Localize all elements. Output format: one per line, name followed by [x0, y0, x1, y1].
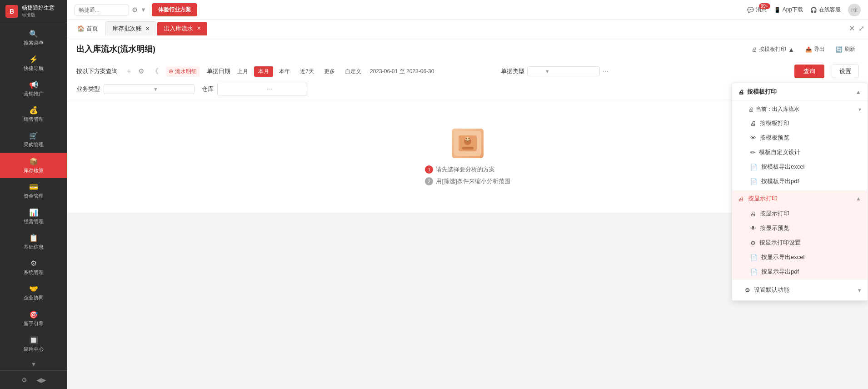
- dropdown-display-settings[interactable]: ⚙ 按显示打印设置: [732, 235, 868, 250]
- tip-2-number: 2: [425, 177, 433, 185]
- business-type-select[interactable]: ▼: [104, 84, 195, 94]
- tab-home-label: 首页: [86, 25, 98, 33]
- template-print-icon: 🖨: [750, 120, 756, 127]
- dropdown-template-export-pdf[interactable]: 📄 按模板导出pdf: [732, 174, 868, 189]
- sidebar-item-search[interactable]: 🔍 搜索菜单: [0, 25, 67, 50]
- sidebar-item-quick-nav[interactable]: ⚡ 快捷导航: [0, 50, 67, 76]
- business-type-arrow: ▼: [153, 86, 158, 92]
- doc-type-select[interactable]: ▼: [527, 66, 600, 76]
- dropdown-arrow[interactable]: ▼: [140, 6, 146, 13]
- empty-tips: 1 请先选择要分析的方案 2 用[筛选]条件来缩小分析范围: [425, 165, 510, 185]
- sidebar-item-guide[interactable]: 🎯 新手引导: [0, 306, 67, 331]
- search-input[interactable]: [75, 5, 129, 15]
- tab-inventory-flow[interactable]: 出入库流水 ✕: [157, 22, 207, 35]
- display-section-expand-icon[interactable]: ▲: [856, 195, 861, 202]
- message-button[interactable]: 💬 消息 99+: [747, 6, 767, 14]
- sidebar: B 畅捷通好生意 标准版 🔍 搜索菜单 ⚡ 快捷导航 📢 营销推广 💰 销: [0, 0, 67, 389]
- filter-tag[interactable]: ⊛ 流水明细: [166, 66, 200, 77]
- tabbar-right-actions: ✕ ⤢: [849, 24, 864, 33]
- warehouse-more-icon[interactable]: ···: [267, 85, 273, 93]
- refresh-button[interactable]: 🔄 刷新: [832, 44, 859, 55]
- date-btn-this-year[interactable]: 本年: [275, 66, 294, 77]
- settings-icon[interactable]: ⚙: [132, 6, 138, 14]
- tab-expand-button[interactable]: ⤢: [858, 24, 864, 33]
- dropdown-template-print[interactable]: 🖨 按模板打印: [732, 116, 868, 130]
- doc-type-more-icon[interactable]: ···: [603, 67, 609, 75]
- filter-settings-icon[interactable]: ⚙: [138, 67, 144, 75]
- app-download-button[interactable]: 📱 App下载: [774, 6, 803, 14]
- tab-batch-account[interactable]: 库存批次账 ✕: [105, 21, 156, 35]
- sidebar-item-operations[interactable]: 📊 经营管理: [0, 204, 67, 229]
- doc-type-label: 单据类型: [501, 67, 524, 75]
- empty-image: [452, 129, 484, 158]
- dropdown-title: 🖨 按模板打印: [738, 88, 777, 96]
- settings-button[interactable]: 设置: [832, 65, 859, 78]
- warehouse-filter: 仓库 ···: [202, 83, 308, 95]
- sidebar-item-inventory[interactable]: 📦 库存核算: [0, 153, 67, 178]
- display-settings-label: 按显示打印设置: [759, 239, 801, 247]
- dropdown-display-export-excel[interactable]: 📄 按显示导出excel: [732, 250, 868, 264]
- sidebar-item-label: 搜索菜单: [24, 40, 44, 46]
- warehouse-select[interactable]: ···: [217, 83, 308, 95]
- query-button[interactable]: 查询: [794, 65, 824, 78]
- tab-batch-account-close[interactable]: ✕: [145, 26, 150, 32]
- app-center-icon: 🔲: [29, 336, 38, 344]
- sidebar-collapse-button[interactable]: ◀▶: [33, 374, 50, 385]
- tab-close-all-button[interactable]: ✕: [849, 24, 855, 33]
- current-template-arrow[interactable]: ▾: [858, 106, 861, 113]
- dropdown-template-preview[interactable]: 👁 按模板预览: [732, 130, 868, 145]
- sidebar-item-purchase[interactable]: 🛒 采购管理: [0, 127, 67, 152]
- sidebar-item-app-center[interactable]: 🔲 应用中心: [0, 331, 67, 357]
- dropdown-display-export-pdf[interactable]: 📄 按显示导出pdf: [732, 264, 868, 279]
- dropdown-display-preview[interactable]: 👁 按显示预览: [732, 221, 868, 235]
- sidebar-item-system[interactable]: ⚙ 系统管理: [0, 254, 67, 280]
- date-btn-this-month[interactable]: 本月: [254, 66, 273, 77]
- sidebar-settings-button[interactable]: ⚙: [18, 374, 31, 385]
- sidebar-item-cooperation[interactable]: 🤝 企业协同: [0, 280, 67, 305]
- dropdown-set-default-button[interactable]: ⚙ 设置默认功能 ▾: [738, 283, 861, 297]
- user-avatar[interactable]: Rit: [848, 4, 861, 16]
- main-area: ⚙ ▼ 体验行业方案 💬 消息 99+ 📱 App下载 🎧 在线客服: [67, 0, 868, 389]
- dropdown-display-print[interactable]: 🖨 按显示打印: [732, 206, 868, 221]
- sidebar-item-sales[interactable]: 💰 销售管理: [0, 101, 67, 127]
- date-btn-7days[interactable]: 近7天: [296, 66, 318, 77]
- dropdown-close-icon[interactable]: ▲: [855, 89, 861, 95]
- set-default-label: 设置默认功能: [754, 286, 789, 294]
- app-edition: 标准版: [22, 12, 55, 18]
- doc-type-arrow: ▼: [545, 69, 550, 74]
- tab-inventory-flow-close[interactable]: ✕: [197, 25, 201, 31]
- display-preview-label: 按显示预览: [760, 224, 789, 232]
- filter-tag-label: 流水明细: [175, 68, 197, 75]
- sidebar-item-marketing[interactable]: 📢 营销推广: [0, 76, 67, 101]
- display-preview-icon: 👁: [750, 225, 756, 232]
- print-template-button[interactable]: 🖨 按模板打印 ▲: [748, 44, 798, 55]
- filter-collapse-icon[interactable]: 《: [151, 67, 159, 76]
- sales-icon: 💰: [29, 106, 38, 115]
- date-btn-last-month[interactable]: 上月: [233, 66, 252, 77]
- online-service-button[interactable]: 🎧 在线客服: [810, 6, 841, 14]
- tab-batch-account-label: 库存批次账: [112, 25, 142, 33]
- dropdown-template-export-excel[interactable]: 📄 按模板导出excel: [732, 160, 868, 174]
- purchase-icon: 🛒: [29, 131, 38, 140]
- tab-home[interactable]: 🏠 首页: [71, 22, 105, 35]
- dropdown-template-custom[interactable]: ✏ 模板自定义设计: [732, 145, 868, 160]
- display-section-title: 按显示打印: [748, 194, 778, 203]
- doc-type-filter: 单据类型 ▼ ···: [501, 66, 787, 76]
- display-export-pdf-label: 按显示导出pdf: [761, 268, 799, 276]
- trial-button[interactable]: 体验行业方案: [152, 3, 197, 16]
- sidebar-item-finance[interactable]: 💳 资金管理: [0, 178, 67, 204]
- sidebar-item-label: 经营管理: [24, 219, 44, 224]
- filter-add-button[interactable]: +: [127, 67, 131, 75]
- sidebar-scroll-down[interactable]: ▼: [0, 358, 67, 370]
- date-btn-custom[interactable]: 自定义: [341, 66, 365, 77]
- print-chevron-icon[interactable]: ▲: [788, 46, 794, 53]
- display-export-excel-label: 按显示导出excel: [761, 253, 804, 261]
- date-btn-more[interactable]: 更多: [320, 66, 339, 77]
- printer-header-icon: 🖨: [738, 89, 744, 95]
- dropdown-display-section-header[interactable]: 🖨 按显示打印 ▲: [732, 191, 868, 206]
- filter-scheme-label: 按以下方案查询: [76, 67, 118, 75]
- export-button[interactable]: 📤 导出: [802, 44, 828, 55]
- print-dropdown-panel: 🖨 按模板打印 ▲ 🖨 当前：出入库流水 ▾ 🖨 按模板打印: [732, 83, 868, 301]
- sidebar-item-basic[interactable]: 📋 基础信息: [0, 229, 67, 254]
- filter-tag-icon: ⊛: [169, 68, 173, 75]
